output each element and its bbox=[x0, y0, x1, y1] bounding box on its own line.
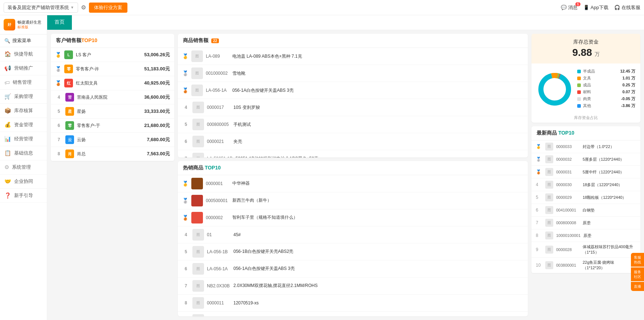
sidebar-item-0[interactable]: 🏠快捷导航 bbox=[0, 47, 47, 61]
product-name: 体城荔枝味苏打饮品400毫升（1*15） bbox=[583, 244, 636, 255]
rank-value: 40,925.00元 bbox=[144, 80, 170, 86]
rank-name: LS 客户 bbox=[76, 52, 141, 58]
product-code: 10000100001 bbox=[556, 233, 580, 238]
nav-icon-8: ⚙ bbox=[4, 164, 9, 171]
rank-number: 10 bbox=[536, 263, 542, 268]
search-menu[interactable]: 🔍 搜索菜单 bbox=[0, 34, 47, 47]
hot-products-header: 热销商品 TOP10 bbox=[178, 161, 528, 175]
sidebar-item-4[interactable]: 📦库存核算 bbox=[0, 104, 47, 118]
nav-icon-1: 📢 bbox=[4, 65, 11, 71]
list-item: 5 星 星扬 33,333.00元 bbox=[51, 104, 174, 119]
rank-number: 6 bbox=[536, 208, 542, 213]
sidebar-item-8[interactable]: ⚙系统管理 bbox=[0, 160, 47, 175]
live-button[interactable]: 直播 bbox=[631, 282, 644, 291]
list-item: 7 图 000800008 原垄 bbox=[531, 217, 640, 229]
legend-dot bbox=[577, 90, 581, 94]
rank-value: 53,006.26元 bbox=[144, 52, 170, 58]
sidebar-logo: 好 畅捷通好生意 标准版 bbox=[0, 15, 47, 34]
inventory-amount: 9.88 bbox=[572, 47, 592, 58]
product-thumb: 图 bbox=[191, 85, 203, 96]
top-bar: 装备及固定资产辅助管理系统 ▼ ⚙ 体验行业方案 💬 消息 6 📱 App下载 … bbox=[0, 0, 644, 15]
rank-name: 红太阳文具 bbox=[76, 80, 141, 86]
legend-dot bbox=[577, 77, 581, 80]
product-thumb bbox=[191, 212, 203, 223]
product-name: 中华神器 bbox=[232, 180, 523, 186]
rank-number: 8 bbox=[55, 150, 62, 157]
legend-value: 0.25 万 bbox=[617, 82, 635, 88]
product-code: LA-59651-1B bbox=[207, 156, 233, 157]
sidebar-item-9[interactable]: 🤝企业协同 bbox=[0, 175, 47, 189]
list-item: 🥇 图 0000033 封边带（1.0*22） bbox=[531, 140, 640, 153]
top-bar-right: 💬 消息 6 📱 App下载 🎧 在线客服 bbox=[561, 4, 640, 11]
community-button[interactable]: 服务社区 bbox=[631, 267, 644, 281]
list-item: 🥉 红 红太阳文具 40,925.00元 bbox=[51, 76, 174, 90]
new-products-card: 最新商品 TOP10 🥇 图 0000033 封边带（1.0*22） 🥈 图 0… bbox=[531, 126, 640, 273]
nav-label-5: 资金管理 bbox=[14, 122, 33, 128]
list-item: 4 图 0000030 18多层（1220*2440） bbox=[531, 179, 640, 191]
silver-medal-icon: 🥈 bbox=[182, 70, 188, 76]
rank-number: 7 bbox=[182, 155, 189, 157]
sidebar-item-6[interactable]: 📊经营管理 bbox=[0, 132, 47, 146]
gold-medal-icon: 🥇 bbox=[182, 53, 188, 59]
customer-service-button[interactable]: 客服热线 bbox=[631, 253, 644, 267]
product-name: 电池盖 LA-089 ABS本色+黑种 7.1克 bbox=[232, 53, 523, 60]
product-name: 白钢垫 bbox=[583, 208, 636, 213]
product-code: 0000017 bbox=[207, 105, 231, 110]
list-item: 🥉 图 LA-056-1A 056-1A白色按键开关盖ABS 3壳 bbox=[178, 82, 528, 99]
left-column: 客户销售额TOP10 🥇 L LS 客户 53,006.26元 🥈 零 零售客户… bbox=[51, 34, 174, 316]
nav-label-10: 新手引导 bbox=[14, 192, 33, 199]
nav-label-7: 基础信息 bbox=[14, 150, 33, 156]
list-item: 10 图 003800001 22g鱼豆腐·烧烤味（1*12*20） bbox=[531, 258, 640, 273]
legend-value: 12.45 万 bbox=[617, 69, 635, 74]
sidebar-item-3[interactable]: 🛒采购管理 bbox=[0, 90, 47, 104]
sidebar-item-5[interactable]: 💰资金管理 bbox=[0, 118, 47, 132]
product-name: 雪地靴 bbox=[232, 70, 523, 77]
rank-number: 4 bbox=[55, 94, 62, 101]
product-icon: 图 bbox=[545, 193, 553, 201]
settings-button[interactable]: ⚙ bbox=[81, 4, 86, 11]
rank-number: 6 bbox=[182, 138, 189, 145]
list-item: 6 图 004100001 白钢垫 bbox=[531, 204, 640, 217]
list-item: 8 图 10000100001 原垄 bbox=[531, 229, 640, 242]
app-download-item[interactable]: 📱 App下载 bbox=[583, 4, 608, 11]
donut-chart bbox=[537, 71, 573, 107]
list-item: 🥇 L LS 客户 53,006.26元 bbox=[51, 48, 174, 62]
legend-label: 材料 bbox=[583, 89, 615, 95]
rank-number: 4 bbox=[536, 182, 542, 187]
product-name: 手机测试 bbox=[233, 122, 523, 128]
rank-number: 🥉 bbox=[536, 169, 542, 175]
rank-avatar: 零 bbox=[65, 121, 74, 130]
product-code: LA-056-1A bbox=[206, 88, 229, 93]
nav-label-2: 销售管理 bbox=[13, 79, 32, 86]
product-code: 000800008 bbox=[556, 221, 580, 225]
sidebar-item-7[interactable]: 📋基础信息 bbox=[0, 146, 47, 160]
rank-number: 🥇 bbox=[536, 144, 542, 149]
product-code: NB2.0X30B bbox=[207, 283, 231, 288]
sidebar-item-10[interactable]: ❓新手引导 bbox=[0, 189, 47, 203]
product-code: LA-056-1A bbox=[207, 266, 231, 271]
message-item[interactable]: 💬 消息 6 bbox=[561, 4, 578, 11]
product-thumb: 图 bbox=[192, 153, 204, 157]
inventory-unit: 万 bbox=[595, 51, 600, 57]
message-icon: 💬 bbox=[561, 5, 567, 10]
rank-value: 36,600.00元 bbox=[144, 94, 170, 100]
online-service-item[interactable]: 🎧 在线客服 bbox=[614, 4, 640, 11]
nav-label-6: 经营管理 bbox=[14, 136, 33, 142]
trial-button[interactable]: 体验行业方案 bbox=[89, 3, 127, 13]
sidebar-item-2[interactable]: 🏷销售管理 bbox=[0, 75, 47, 90]
product-thumb: 图 bbox=[192, 263, 204, 275]
system-selector[interactable]: 装备及固定资产辅助管理系统 ▼ bbox=[4, 3, 78, 13]
product-code: 0000028 bbox=[556, 247, 580, 252]
nav-label-9: 企业协同 bbox=[14, 178, 33, 185]
rank-number: 9 bbox=[536, 247, 542, 252]
customer-ranking-card: 客户销售额TOP10 🥇 L LS 客户 53,006.26元 🥈 零 零售客户… bbox=[51, 34, 174, 161]
product-code: 0000001 bbox=[206, 181, 229, 186]
list-item: 🥈 图 001000002 雪地靴 bbox=[178, 65, 528, 82]
product-name: 原垄 bbox=[583, 233, 636, 238]
sidebar-item-1[interactable]: 📢营销推广 bbox=[0, 61, 47, 75]
product-thumb: 图 bbox=[191, 67, 203, 79]
tab-home[interactable]: 首页 bbox=[47, 15, 72, 30]
product-thumb: 图 bbox=[192, 229, 204, 241]
top-bar-left: 装备及固定资产辅助管理系统 ▼ ⚙ 体验行业方案 bbox=[4, 3, 561, 13]
product-icon: 图 bbox=[545, 219, 553, 227]
